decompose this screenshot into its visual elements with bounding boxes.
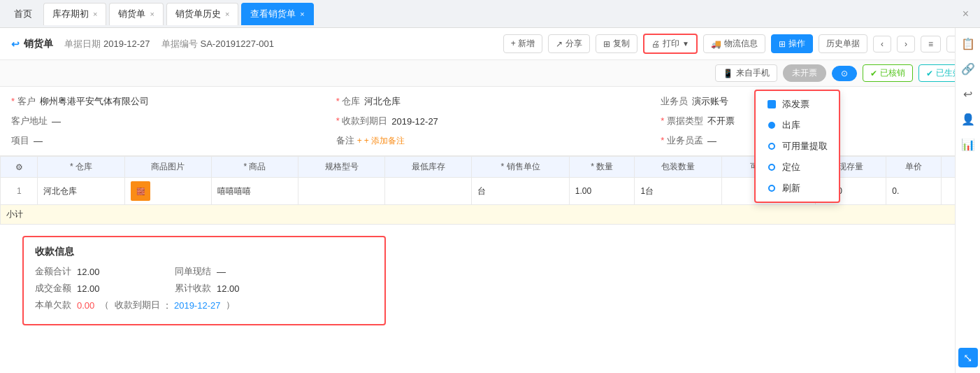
- sidebar-icon-chart[interactable]: 📊: [958, 134, 978, 154]
- toolbar: + 新增 ↗ 分享 ⊞ 复制 🖨 打印 ▼ 🚚 物流信息: [503, 34, 969, 54]
- col-spec: 规格型号: [298, 157, 385, 178]
- payment-row-3: 本单欠款 0.00 （ 收款到期日 : 2019-12-27 ）: [35, 299, 373, 311]
- row-unit: 台: [472, 178, 569, 205]
- col-settings[interactable]: ⚙: [1, 157, 38, 178]
- add-note-label: + 添加备注: [364, 135, 405, 147]
- doc-type-icon: ↩: [11, 38, 20, 50]
- window-close-button[interactable]: ×: [957, 5, 974, 23]
- prev-button[interactable]: ‹: [873, 36, 891, 52]
- total-amount-item: 金额合计 12.00: [35, 265, 147, 278]
- effective-icon: ✔: [926, 69, 933, 78]
- tab-bar: 首页 库存期初 × 销货单 × 销货单历史 × 查看销货单 × ×: [0, 0, 980, 28]
- menu-item-refresh[interactable]: 刷新: [756, 178, 839, 199]
- number-value: SA-20191227-001: [201, 38, 275, 49]
- customer-field: 客户 柳州粤港平安气体有限公司: [11, 95, 319, 108]
- tab-home[interactable]: 首页: [6, 3, 41, 25]
- settlement-label: 同单现结: [175, 265, 211, 278]
- col-warehouse: * 仓库: [38, 157, 124, 178]
- row-product: 嘻嘻嘻嘻: [211, 178, 298, 205]
- history-button[interactable]: 历史单据: [819, 34, 867, 53]
- right-sidebar: 📋 🔗 ↩ 👤 📊 ⤡: [955, 28, 980, 373]
- print-button[interactable]: 🖨 打印 ▼: [643, 34, 698, 54]
- number-label: 单据编号 SA-20191227-001: [161, 38, 275, 50]
- tab-view-sales-close[interactable]: ×: [300, 10, 304, 18]
- prev-icon: ‹: [881, 39, 884, 49]
- cumulative-value: 12.00: [217, 283, 240, 294]
- available-qty-icon: [767, 141, 777, 151]
- next-button[interactable]: ›: [897, 36, 915, 52]
- list-view-icon: ≡: [928, 39, 933, 49]
- ticket-type-label: 票据类型: [661, 115, 703, 127]
- payment-title: 收款信息: [35, 246, 373, 258]
- add-invoice-label: 添发票: [782, 98, 809, 111]
- sold-out-button[interactable]: ✔ 已核销: [863, 64, 913, 82]
- doc-meta: 单据日期 2019-12-27 单据编号 SA-20191227-001: [64, 38, 274, 50]
- payment-section: 收款信息 金额合计 12.00 同单现结 — 成交金额 12.00: [0, 225, 980, 337]
- new-button[interactable]: + 新增: [503, 34, 542, 53]
- tab-sales-history[interactable]: 销货单历史 ×: [166, 3, 238, 25]
- tab-inventory-label: 库存期初: [52, 8, 89, 20]
- doc-title: ↩ 销货单: [11, 38, 53, 50]
- complete-icon: ⊙: [841, 69, 848, 78]
- from-mobile-button[interactable]: 📱 来自手机: [715, 64, 777, 82]
- tab-view-sales-label: 查看销货单: [250, 8, 296, 20]
- sidebar-icon-clipboard[interactable]: 📋: [958, 34, 978, 53]
- menu-item-add-invoice[interactable]: 添发票: [756, 94, 839, 115]
- col-product: * 商品: [211, 157, 298, 178]
- mobile-icon: 📱: [723, 69, 733, 78]
- action-bar: 📱 来自手机 未开票 ⊙ ✔ 已核销 ✔ 已生效: [0, 60, 980, 87]
- not-open-button[interactable]: 未开票: [783, 64, 826, 82]
- project-field: 项目 —: [11, 134, 319, 147]
- warehouse-value: 河北仓库: [364, 95, 401, 108]
- tab-inventory[interactable]: 库存期初 ×: [43, 3, 106, 25]
- note-label: 备注: [336, 134, 354, 147]
- transaction-label: 成交金额: [35, 282, 71, 295]
- complete-button[interactable]: ⊙: [832, 66, 857, 81]
- staff-label: 业务员: [661, 95, 688, 108]
- outbound-icon: [767, 120, 777, 130]
- business-staff-value: —: [707, 136, 716, 146]
- menu-item-outbound[interactable]: 出库: [756, 115, 839, 136]
- sidebar-icon-expand[interactable]: ⤡: [958, 348, 978, 367]
- staff-value: 演示账号: [692, 95, 728, 108]
- cumulative-item: 累计收款 12.00: [175, 282, 287, 295]
- total-value: 12.00: [77, 267, 100, 277]
- doc-type-label: 销货单: [24, 38, 53, 50]
- copy-button[interactable]: ⊞ 复制: [596, 34, 637, 53]
- customer-label: 客户: [11, 95, 36, 108]
- outbound-label: 出库: [782, 119, 800, 132]
- tab-sales[interactable]: 销货单 ×: [109, 3, 163, 25]
- print-icon: 🖨: [651, 39, 660, 49]
- address-field: 客户地址 —: [11, 115, 319, 127]
- business-staff-label: 业务员孟: [661, 134, 703, 147]
- menu-item-locate[interactable]: 定位: [756, 157, 839, 178]
- operation-button[interactable]: ⊞ 操作: [771, 34, 813, 53]
- due-date-bracket: （: [100, 299, 109, 311]
- tab-view-sales[interactable]: 查看销货单 ×: [241, 3, 313, 25]
- due-date-bracket-close: ）: [226, 299, 235, 311]
- sidebar-icon-return[interactable]: ↩: [958, 84, 978, 104]
- cumulative-label: 累计收款: [175, 282, 211, 295]
- transaction-value: 12.00: [77, 283, 100, 294]
- add-note-button[interactable]: + + 添加备注: [357, 135, 405, 147]
- date-label-text: 单据日期: [64, 38, 101, 50]
- print-dropdown-icon: ▼: [682, 40, 689, 48]
- address-value: —: [52, 116, 61, 127]
- history-label: 历史单据: [826, 38, 860, 50]
- tab-sales-close[interactable]: ×: [150, 10, 154, 18]
- settlement-value: —: [217, 267, 226, 277]
- sidebar-icon-user[interactable]: 👤: [958, 109, 978, 129]
- tab-inventory-close[interactable]: ×: [93, 10, 97, 18]
- row-pack-qty: 1台: [635, 178, 721, 205]
- logistics-button[interactable]: 🚚 物流信息: [703, 34, 765, 53]
- payment-row-1: 金额合计 12.00 同单现结 —: [35, 265, 373, 278]
- due-date-label: 收款到期日: [115, 299, 160, 311]
- menu-item-available-qty[interactable]: 可用量提取: [756, 136, 839, 157]
- doc-header: ↩ 销货单 单据日期 2019-12-27 单据编号 SA-20191227-0…: [0, 28, 980, 60]
- share-button[interactable]: ↗ 分享: [548, 34, 590, 53]
- sidebar-icon-link[interactable]: 🔗: [958, 59, 978, 78]
- transaction-item: 成交金额 12.00: [35, 282, 147, 295]
- list-view-button[interactable]: ≡: [921, 36, 941, 52]
- row-number: 1: [1, 178, 38, 205]
- tab-sales-history-close[interactable]: ×: [225, 10, 229, 18]
